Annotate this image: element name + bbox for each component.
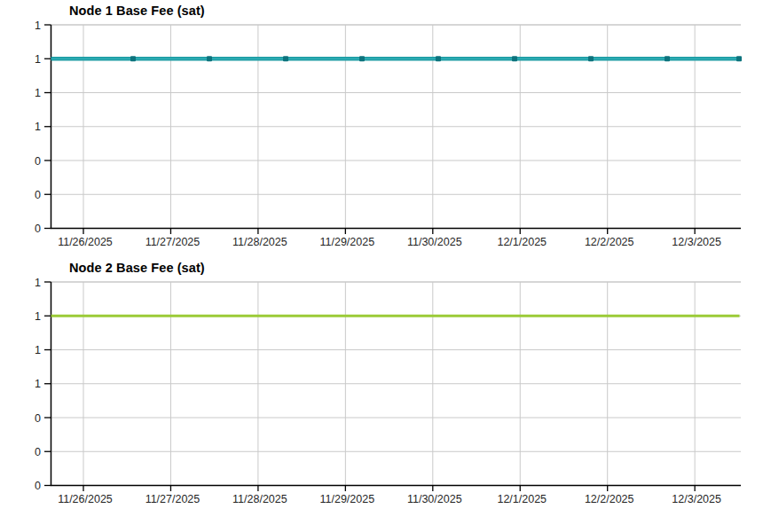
- y-tick-label: 0: [35, 223, 41, 235]
- y-tick-label: 1: [35, 87, 41, 99]
- x-tick-label: 11/28/2025: [232, 236, 287, 248]
- x-axis-labels: 11/26/202511/27/202511/28/202511/29/2025…: [58, 236, 721, 248]
- x-tick-label: 11/26/2025: [58, 493, 113, 505]
- data-point-marker: [436, 56, 441, 61]
- x-tick-label: 11/27/2025: [146, 493, 201, 505]
- x-tick-label: 12/2/2025: [585, 493, 634, 505]
- data-point-marker: [512, 56, 517, 61]
- data-point-marker: [359, 56, 365, 61]
- x-axis-ticks: [83, 486, 695, 492]
- y-axis-labels: 1111000: [35, 20, 41, 236]
- node2-chart-canvas: 11/26/202511/27/202511/28/202511/29/2025…: [0, 257, 763, 514]
- x-tick-label: 11/29/2025: [320, 236, 375, 248]
- data-point-marker: [283, 56, 288, 61]
- data-point-marker: [588, 56, 594, 61]
- y-tick-label: 1: [35, 378, 41, 390]
- y-tick-label: 1: [35, 20, 41, 32]
- x-tick-label: 11/28/2025: [232, 493, 287, 505]
- y-tick-label: 1: [35, 344, 41, 356]
- x-tick-label: 12/2/2025: [585, 236, 634, 248]
- y-tick-label: 0: [35, 480, 41, 492]
- y-tick-label: 0: [35, 155, 41, 168]
- horizontal-gridlines: [51, 59, 742, 194]
- x-axis-ticks: [83, 229, 695, 235]
- y-tick-label: 1: [35, 121, 41, 133]
- y-axis-labels: 1111000: [35, 277, 41, 493]
- node2-base-fee-chart: Node 2 Base Fee (sat) 11/26/202511/27/20…: [0, 257, 763, 532]
- y-axis-ticks: [44, 282, 51, 486]
- x-axis-labels: 11/26/202511/27/202511/28/202511/29/2025…: [58, 493, 721, 505]
- x-tick-label: 11/26/2025: [58, 236, 113, 248]
- x-tick-label: 11/30/2025: [407, 493, 462, 505]
- x-tick-label: 12/3/2025: [672, 493, 721, 505]
- x-tick-label: 12/3/2025: [672, 236, 721, 248]
- y-tick-label: 1: [35, 310, 41, 323]
- horizontal-gridlines: [51, 316, 742, 451]
- x-tick-label: 12/1/2025: [497, 493, 547, 505]
- y-tick-label: 0: [35, 412, 41, 425]
- x-tick-label: 11/29/2025: [320, 493, 375, 505]
- y-tick-label: 1: [35, 53, 41, 66]
- y-tick-label: 0: [35, 446, 41, 458]
- data-point-marker: [665, 56, 670, 61]
- dual-base-fee-charts-page: Node 1 Base Fee (sat) 11/26/202511/27/20…: [0, 0, 763, 532]
- node1-base-fee-chart: Node 1 Base Fee (sat) 11/26/202511/27/20…: [0, 0, 763, 257]
- node1-chart-canvas: 11/26/202511/27/202511/28/202511/29/2025…: [0, 0, 763, 257]
- y-axis-ticks: [44, 25, 51, 229]
- data-point-marker: [207, 56, 212, 61]
- data-point-marker: [130, 56, 136, 61]
- x-tick-label: 11/30/2025: [407, 236, 462, 248]
- y-tick-label: 0: [35, 189, 41, 201]
- x-tick-label: 11/27/2025: [146, 236, 201, 248]
- data-point-marker: [736, 56, 742, 61]
- x-tick-label: 12/1/2025: [497, 236, 547, 248]
- y-tick-label: 1: [35, 277, 41, 289]
